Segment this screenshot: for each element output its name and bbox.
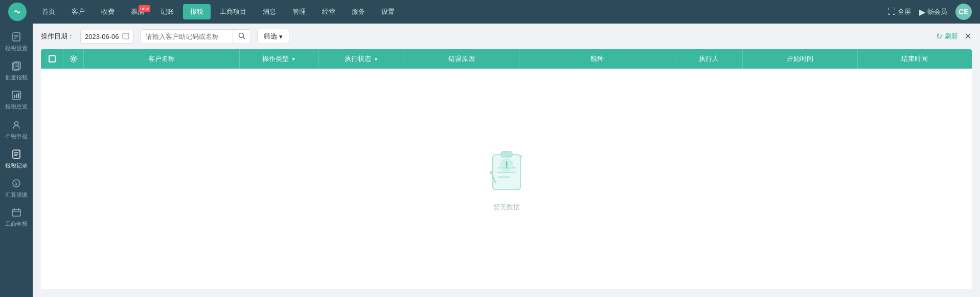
member-button[interactable]: ▶ 畅会员 — [919, 7, 947, 17]
app-logo — [8, 3, 27, 21]
nav-item-settings[interactable]: 设置 — [374, 4, 402, 19]
sidebar-item-tax-overview[interactable]: 报税总览 — [0, 86, 33, 114]
annual-report-icon — [11, 207, 21, 219]
svg-rect-10 — [14, 95, 15, 98]
sidebar-item-tax-records[interactable]: 报税记录 — [0, 145, 33, 173]
svg-text:¥: ¥ — [14, 181, 18, 186]
main-layout: 报税设置 批量报税 报税总览 — [0, 24, 980, 297]
th-error: 错误原因 — [404, 49, 519, 69]
nav-item-business[interactable]: 工商项目 — [213, 4, 254, 19]
nav-item-fee[interactable]: 收费 — [94, 4, 122, 19]
sidebar-item-personal-tax[interactable]: 个税申报 — [0, 116, 33, 144]
svg-rect-11 — [16, 94, 17, 98]
th-start-time: 开始时间 — [743, 49, 857, 69]
nav-item-operation[interactable]: 经营 — [315, 4, 343, 19]
settlement-icon: ¥ — [11, 178, 21, 190]
member-icon: ▶ — [919, 7, 925, 17]
th-op-type[interactable]: 操作类型 ▼ — [240, 49, 319, 69]
svg-point-13 — [15, 121, 18, 125]
chevron-down-icon: ▾ — [279, 33, 283, 40]
sidebar-label-personal-tax: 个税申报 — [5, 133, 28, 140]
nav-item-manage[interactable]: 管理 — [285, 4, 313, 19]
th-tax: 税种 — [519, 49, 675, 69]
th-end-time: 结束时间 — [858, 49, 972, 69]
svg-rect-12 — [18, 93, 19, 98]
nav-item-message[interactable]: 消息 — [256, 4, 283, 19]
refresh-icon: ↻ — [936, 32, 943, 41]
svg-line-29 — [243, 37, 245, 39]
date-value: 2023-06-06 — [85, 33, 119, 40]
sidebar-label-tax-settings: 报税设置 — [5, 45, 28, 52]
personal-tax-icon — [11, 120, 21, 132]
svg-text:✦: ✦ — [518, 153, 523, 159]
toolbar-right: ↻ 刷新 ✕ — [936, 31, 972, 42]
sidebar-item-tax-settings[interactable]: 报税设置 — [0, 28, 33, 56]
sidebar-item-annual-report[interactable]: 工商年报 — [0, 203, 33, 231]
svg-point-40 — [489, 171, 492, 174]
search-input[interactable] — [141, 30, 233, 43]
sort-icon-exec-status: ▼ — [373, 56, 378, 62]
sidebar-label-tax-records: 报税记录 — [5, 162, 28, 169]
sidebar-item-settlement[interactable]: ¥ 汇算清缴 — [0, 174, 33, 202]
fullscreen-icon: ⛶ — [887, 7, 896, 16]
nav-item-ticket[interactable]: 票据 new — [124, 4, 151, 19]
search-button[interactable] — [233, 30, 250, 44]
tax-overview-icon — [11, 90, 21, 102]
date-label: 操作日期： — [41, 32, 74, 41]
close-button[interactable]: ✕ — [964, 31, 972, 42]
content-area: 操作日期： 2023-06-06 — [33, 24, 980, 297]
empty-state: ✦ 暂无数据 — [41, 69, 972, 289]
sidebar-label-batch-tax: 批量报税 — [5, 74, 28, 81]
th-gear[interactable] — [63, 49, 84, 69]
nav-item-home[interactable]: 首页 — [35, 4, 62, 19]
filter-button[interactable]: 筛选 ▾ — [257, 29, 289, 44]
top-navigation: 首页 客户 收费 票据 new 记账 报税 工商项目 消息 管理 经营 服务 设… — [0, 0, 980, 24]
table-header: 客户名称 操作类型 ▼ 执行状态 ▼ 错误原因 税种 执行人 — [41, 49, 972, 69]
svg-point-30 — [72, 58, 75, 60]
tax-settings-icon — [11, 32, 21, 44]
th-executor: 执行人 — [675, 49, 743, 69]
header-checkbox[interactable] — [49, 55, 56, 62]
sidebar-label-settlement: 汇算清缴 — [5, 192, 28, 198]
new-badge: new — [139, 5, 150, 12]
empty-icon: ✦ — [481, 145, 532, 197]
empty-text: 暂无数据 — [493, 203, 520, 212]
filter-label: 筛选 — [264, 32, 277, 41]
refresh-button[interactable]: ↻ 刷新 — [936, 32, 958, 41]
nav-item-bookkeeping[interactable]: 记账 — [153, 4, 181, 19]
calendar-icon — [122, 32, 129, 41]
svg-rect-24 — [123, 33, 129, 39]
nav-item-client[interactable]: 客户 — [64, 4, 92, 19]
sidebar-item-batch-tax[interactable]: 批量报税 — [0, 57, 33, 85]
svg-rect-32 — [501, 152, 512, 157]
toolbar: 操作日期： 2023-06-06 — [33, 24, 980, 49]
nav-right-area: ⛶ 全屏 ▶ 畅会员 CE — [887, 4, 972, 20]
search-wrapper — [140, 29, 251, 44]
th-client: 客户名称 — [84, 49, 240, 69]
nav-menu: 首页 客户 收费 票据 new 记账 报税 工商项目 消息 管理 经营 服务 设… — [35, 4, 887, 19]
sidebar: 报税设置 批量报税 报税总览 — [0, 24, 33, 297]
table-container: 客户名称 操作类型 ▼ 执行状态 ▼ 错误原因 税种 执行人 — [41, 49, 972, 289]
sidebar-label-tax-overview: 报税总览 — [5, 103, 28, 110]
user-avatar[interactable]: CE — [955, 4, 972, 20]
nav-item-tax[interactable]: 报税 — [183, 4, 211, 19]
batch-tax-icon — [11, 61, 21, 73]
nav-item-service[interactable]: 服务 — [345, 4, 372, 19]
th-exec-status[interactable]: 执行状态 ▼ — [319, 49, 404, 69]
svg-point-28 — [239, 33, 243, 37]
fullscreen-button[interactable]: ⛶ 全屏 — [887, 7, 911, 16]
sort-icon-op-type: ▼ — [291, 56, 296, 62]
th-checkbox[interactable] — [41, 49, 63, 69]
date-picker[interactable]: 2023-06-06 — [80, 30, 134, 44]
tax-records-icon — [11, 149, 21, 161]
sidebar-label-annual-report: 工商年报 — [5, 221, 28, 227]
svg-rect-20 — [12, 209, 20, 216]
svg-point-38 — [506, 167, 507, 168]
